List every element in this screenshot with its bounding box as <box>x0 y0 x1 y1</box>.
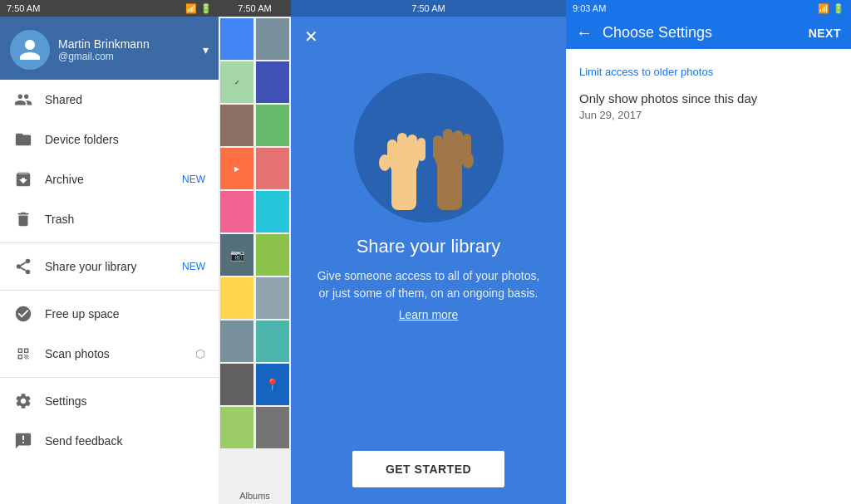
share-toolbar: ✕ <box>291 17 566 56</box>
learn-more-link[interactable]: Learn more <box>399 308 459 321</box>
share-library-panel: 7:50 AM ✕ <box>291 0 566 504</box>
back-button[interactable]: ← <box>576 23 593 42</box>
settings-toolbar: ← Choose Settings NEXT <box>566 17 851 49</box>
status-bar-sidebar: 7:50 AM 📶 🔋 <box>0 0 219 17</box>
avatar <box>10 30 50 70</box>
status-icons-sidebar: 📶 🔋 <box>185 3 212 14</box>
svg-point-2 <box>26 270 31 275</box>
sidebar-item-scan-photos[interactable]: Scan photos ⬡ <box>0 334 219 374</box>
grid-photo-12[interactable] <box>256 234 289 276</box>
scan-photos-icon <box>13 344 33 364</box>
status-time-settings: 9:03 AM <box>573 3 606 13</box>
grid-photo-10[interactable] <box>256 191 289 232</box>
grid-photo-15[interactable] <box>220 321 253 362</box>
feedback-icon <box>13 431 33 451</box>
sidebar-item-shared[interactable]: Shared <box>0 80 219 120</box>
settings-option: Only show photos since this day Jun 29, … <box>566 85 851 135</box>
sidebar-label-scan-photos: Scan photos <box>45 347 184 360</box>
settings-option-label: Only show photos since this day <box>579 91 838 105</box>
next-button[interactable]: NEXT <box>809 27 841 40</box>
grid-photo-1[interactable] <box>220 18 253 60</box>
sidebar-panel: 7:50 AM 📶 🔋 Martin Brinkmann @gmail.com … <box>0 0 219 504</box>
user-info: Martin Brinkmann @gmail.com <box>58 37 194 62</box>
status-bar-share: 7:50 AM <box>291 0 566 17</box>
sidebar-label-archive: Archive <box>45 173 170 186</box>
svg-rect-8 <box>397 133 407 162</box>
status-bar-grid: 7:50 AM <box>219 0 291 17</box>
svg-rect-14 <box>433 135 443 160</box>
status-time-sidebar: 7:50 AM <box>7 3 40 13</box>
grid-photo-8[interactable] <box>256 148 289 189</box>
share-description: Give someone access to all of your photo… <box>311 267 546 302</box>
grid-photo-19[interactable] <box>220 407 253 448</box>
external-link-icon: ⬡ <box>195 347 205 360</box>
sidebar-item-share-library[interactable]: Share your library NEW <box>0 247 219 286</box>
settings-title: Choose Settings <box>603 24 799 42</box>
share-illustration <box>291 56 566 236</box>
status-time-share: 7:50 AM <box>411 3 445 13</box>
trash-icon <box>13 209 33 229</box>
nav-divider-1 <box>0 242 219 243</box>
user-header[interactable]: Martin Brinkmann @gmail.com ▾ <box>0 17 219 80</box>
grid-bottom-label: Albums <box>219 491 291 501</box>
grid-photo-9[interactable] <box>220 191 253 232</box>
grid-photo-16[interactable] <box>256 321 289 362</box>
share-title: Share your library <box>311 236 546 257</box>
sidebar-item-archive[interactable]: Archive NEW <box>0 159 219 199</box>
share-library-icon <box>13 257 33 276</box>
sidebar-label-settings: Settings <box>45 394 205 408</box>
people-icon <box>13 90 33 110</box>
nav-divider-3 <box>0 377 219 378</box>
settings-icon <box>13 391 33 411</box>
svg-point-1 <box>17 264 22 269</box>
folder-icon <box>13 130 33 149</box>
svg-rect-10 <box>417 138 426 161</box>
free-space-icon <box>13 304 33 324</box>
grid-photo-5[interactable] <box>220 105 253 146</box>
sidebar-item-trash[interactable]: Trash <box>0 199 219 239</box>
close-button[interactable]: ✕ <box>301 23 322 50</box>
grid-photo-14[interactable] <box>256 277 289 319</box>
archive-badge: NEW <box>182 174 205 185</box>
get-started-button[interactable]: GET STARTED <box>352 451 504 487</box>
settings-option-value: Jun 29, 2017 <box>579 109 838 121</box>
svg-rect-9 <box>407 135 417 162</box>
user-name: Martin Brinkmann <box>58 37 194 51</box>
hands-illustration <box>354 73 504 223</box>
grid-photo-11[interactable]: 📷 <box>220 234 253 276</box>
nav-divider-2 <box>0 290 219 291</box>
sidebar-item-device-folders[interactable]: Device folders <box>0 120 219 159</box>
status-time-grid: 7:50 AM <box>238 3 271 13</box>
svg-line-4 <box>21 262 26 266</box>
photos-grid-panel: 7:50 AM ✓ ▶ 📷 📍 Albums <box>219 0 291 504</box>
sidebar-item-free-space[interactable]: Free up space <box>0 294 219 334</box>
settings-section-title: Limit access to older photos <box>566 49 851 85</box>
sidebar-label-free-space: Free up space <box>45 307 205 321</box>
grid-photo-20[interactable] <box>256 407 289 448</box>
dropdown-arrow-icon[interactable]: ▾ <box>203 43 209 56</box>
sidebar-label-share-library: Share your library <box>45 260 170 273</box>
sidebar-nav: Shared Device folders Archive NEW Trash <box>0 80 219 504</box>
sidebar-item-send-feedback[interactable]: Send feedback <box>0 421 219 461</box>
user-email: @gmail.com <box>58 51 194 62</box>
svg-point-0 <box>26 259 31 264</box>
grid-photo-13[interactable] <box>220 277 253 319</box>
grid-photo-17[interactable] <box>220 364 253 405</box>
svg-rect-15 <box>443 129 453 158</box>
svg-rect-16 <box>453 130 463 158</box>
status-icons-settings: 📶 🔋 <box>818 3 844 14</box>
settings-panel: 9:03 AM 📶 🔋 ← Choose Settings NEXT Limit… <box>566 0 851 504</box>
archive-icon <box>13 169 33 189</box>
share-content: Share your library Give someone access t… <box>291 236 566 434</box>
sidebar-item-settings[interactable]: Settings <box>0 381 219 421</box>
grid-photo-2[interactable] <box>256 18 289 60</box>
grid-photo-7[interactable]: ▶ <box>220 148 253 189</box>
grid-photo-3[interactable]: ✓ <box>220 61 253 103</box>
grid-photo-4[interactable] <box>256 61 289 103</box>
grid-photo-18[interactable]: 📍 <box>256 364 289 405</box>
grid-photo-6[interactable] <box>256 105 289 146</box>
grid-photos: ✓ ▶ 📷 📍 <box>219 17 291 450</box>
sidebar-label-trash: Trash <box>45 213 205 226</box>
sidebar-label-shared: Shared <box>45 93 205 106</box>
user-avatar-icon <box>17 37 42 62</box>
